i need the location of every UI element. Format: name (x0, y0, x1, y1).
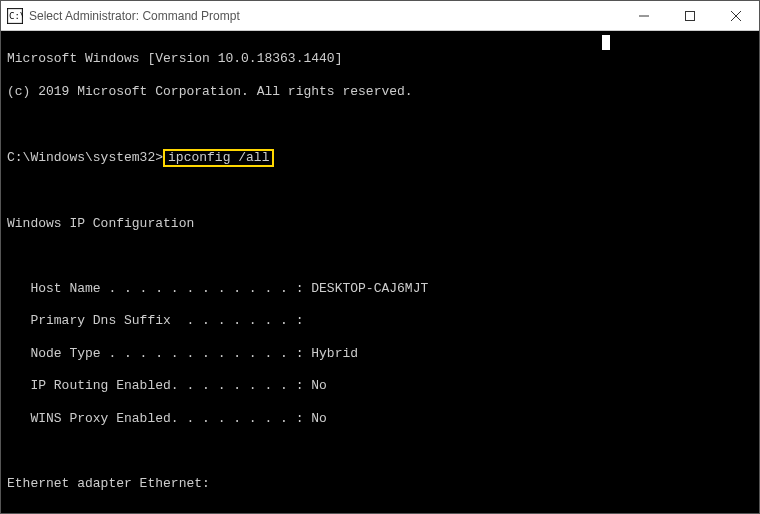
blank-line (7, 248, 753, 264)
svg-rect-4 (686, 11, 695, 20)
cmd-icon: C:\ (7, 8, 23, 24)
close-button[interactable] (713, 1, 759, 30)
prompt-line: C:\Windows\system32>ipconfig /all (7, 149, 753, 167)
blank-line (7, 116, 753, 132)
ip-routing-line: IP Routing Enabled. . . . . . . . : No (7, 378, 753, 394)
window-title: Select Administrator: Command Prompt (29, 9, 621, 23)
copyright-line: (c) 2019 Microsoft Corporation. All righ… (7, 84, 753, 100)
prompt-path: C:\Windows\system32> (7, 150, 163, 165)
primary-dns-suffix-line: Primary Dns Suffix . . . . . . . : (7, 313, 753, 329)
version-line: Microsoft Windows [Version 10.0.18363.14… (7, 51, 753, 67)
titlebar: C:\ Select Administrator: Command Prompt (1, 1, 759, 31)
minimize-button[interactable] (621, 1, 667, 30)
host-name-line: Host Name . . . . . . . . . . . . : DESK… (7, 281, 753, 297)
section-header-ipconfig: Windows IP Configuration (7, 216, 753, 232)
text-cursor (602, 35, 610, 50)
command-highlight: ipconfig /all (163, 149, 274, 167)
blank-line (7, 443, 753, 459)
wins-proxy-line: WINS Proxy Enabled. . . . . . . . : No (7, 411, 753, 427)
window-controls (621, 1, 759, 30)
terminal-output[interactable]: Microsoft Windows [Version 10.0.18363.14… (1, 31, 759, 513)
node-type-line: Node Type . . . . . . . . . . . . : Hybr… (7, 346, 753, 362)
blank-line (7, 183, 753, 199)
section-header-ethernet: Ethernet adapter Ethernet: (7, 476, 753, 492)
svg-text:C:\: C:\ (9, 11, 23, 21)
blank-line (7, 508, 753, 513)
maximize-button[interactable] (667, 1, 713, 30)
command-text: ipconfig /all (168, 150, 269, 165)
